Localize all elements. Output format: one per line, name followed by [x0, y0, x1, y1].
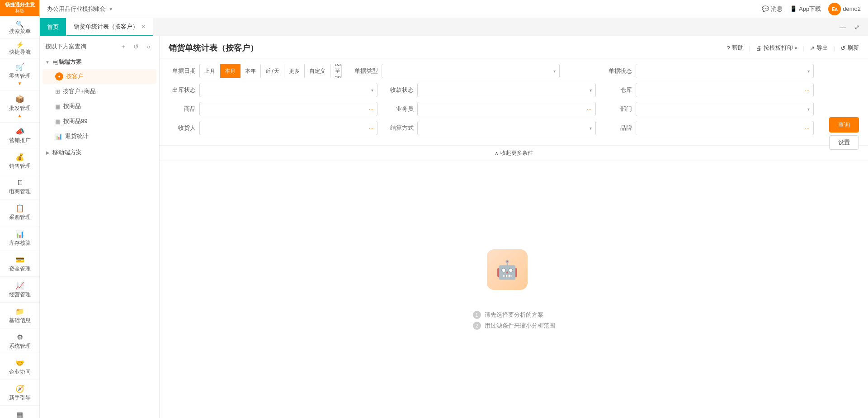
tab-home[interactable]: 首页 [40, 18, 66, 36]
sidebar-item-guide[interactable]: 🧭 新手引导 [0, 380, 39, 406]
print-dropdown-icon: ▾ [795, 46, 797, 51]
workspace-dropdown-icon[interactable]: ▾ [109, 5, 113, 12]
refresh-btn[interactable]: ↺ 刷新 [840, 44, 859, 52]
tree-child-by-goods[interactable]: ▦ 按商品 [42, 99, 156, 114]
empty-hint-1: 1 请先选择要分析的方案 [473, 311, 555, 319]
app-logo: 畅捷通好生意 标版 [0, 0, 39, 16]
settings-btn[interactable]: 设置 [829, 135, 859, 150]
marketing-icon: 📣 [2, 127, 38, 136]
user-profile[interactable]: Ea demo2 [828, 3, 861, 15]
wholesale-icon: 📦 [2, 95, 38, 104]
search-menu[interactable]: 🔍 搜索菜单 [0, 16, 39, 38]
consignee-input[interactable]: ··· [199, 121, 377, 135]
customer-active-icon: ● [55, 72, 63, 81]
date-btn-this-year[interactable]: 本年 [241, 64, 261, 78]
collab-icon: 🤝 [2, 359, 38, 367]
sidebar-item-inventory[interactable]: 📊 库存核算 [0, 225, 39, 251]
payment-status-select[interactable]: ▾ [417, 83, 595, 97]
date-btn-last-7days[interactable]: 近7天 [261, 64, 284, 78]
date-btn-more[interactable]: 更多 [284, 64, 305, 78]
content-area: 按以下方案查询 ＋ ↺ « ▼ 电脑端方案 ● 按客户 ⊞ [40, 36, 868, 418]
goods99-icon: ▦ [55, 118, 61, 125]
tab-minimize-btn[interactable]: — [837, 22, 848, 33]
goods-dots-icon[interactable]: ··· [368, 106, 373, 113]
help-btn[interactable]: ? 帮助 [727, 44, 744, 52]
sidebar-item-sales[interactable]: 💰 销售管理 [0, 148, 39, 174]
sidebar-item-ecommerce[interactable]: 🖥 电商管理 [0, 174, 39, 200]
tree-child-customer-goods[interactable]: ⊞ 按客户+商品 [42, 84, 156, 99]
settlement-label: 结算方式 [387, 124, 417, 132]
sidebar-item-app-center[interactable]: ▦ 应用中心 [0, 406, 39, 418]
customer-goods-label: 按客户+商品 [63, 87, 96, 95]
settlement-select[interactable]: ▾ [417, 121, 595, 135]
sidebar-item-collab[interactable]: 🤝 企业协同 [0, 354, 39, 380]
app-download-btn[interactable]: 📱 App下载 [790, 5, 821, 13]
sidebar: 畅捷通好生意 标版 🔍 搜索菜单 ⚡ 快捷导航 🛒 零售管理 ▼ 📦 批发管理 … [0, 0, 40, 418]
warehouse-dots-icon[interactable]: ··· [805, 87, 810, 94]
payment-status-label: 收款状态 [387, 86, 417, 94]
brand-input[interactable]: ··· [636, 121, 814, 135]
collapse-label: 收起更多条件 [500, 149, 533, 157]
warehouse-input[interactable]: ··· [636, 83, 814, 97]
sidebar-item-retail[interactable]: 🛒 零售管理 ▼ [0, 58, 39, 90]
refresh-scheme-btn[interactable]: ↺ [131, 42, 141, 52]
export-btn[interactable]: ↗ 导出 [810, 44, 828, 52]
tree-child-return-stats[interactable]: 📊 退货统计 [42, 129, 156, 143]
date-btn-last-month[interactable]: 上月 [200, 64, 220, 78]
salesman-dots-icon[interactable]: ··· [587, 106, 592, 113]
sidebar-item-basic-info[interactable]: 📁 基础信息 [0, 303, 39, 328]
tab-sales-report[interactable]: 销货单统计表（按客户） ✕ [66, 18, 153, 36]
sidebar-item-finance[interactable]: 💳 资金管理 [0, 251, 39, 277]
sidebar-item-marketing[interactable]: 📣 营销推广 [0, 123, 39, 148]
basic-info-icon: 📁 [2, 307, 38, 316]
tab-sales-report-close[interactable]: ✕ [141, 24, 146, 30]
date-btn-custom[interactable]: 自定义 [305, 64, 330, 78]
sidebar-item-system[interactable]: ⚙ 系统管理 [0, 328, 39, 354]
collapse-bar[interactable]: ∧ 收起更多条件 [160, 146, 868, 161]
quick-nav[interactable]: ⚡ 快捷导航 [0, 38, 39, 58]
customer-goods-icon: ⊞ [55, 88, 60, 95]
doc-type-select[interactable]: ▾ [382, 64, 560, 78]
empty-robot-icon: 🤖 [487, 249, 528, 290]
goods-input[interactable]: ··· [199, 102, 377, 116]
date-btn-this-month[interactable]: 本月 [220, 64, 241, 78]
brand-dots-icon[interactable]: ··· [805, 125, 810, 132]
tab-maximize-btn[interactable]: ⤢ [852, 22, 863, 33]
doc-status-label: 单据状态 [605, 67, 636, 75]
out-status-select[interactable]: ▾ [199, 83, 377, 97]
page-header: 销货单统计表（按客户） ? 帮助 | 🖨 按模板打印 ▾ | ↗ [160, 36, 868, 58]
refresh-label: 刷新 [847, 44, 859, 52]
message-icon: 💬 [762, 5, 769, 12]
collapse-icon: ∧ [495, 150, 499, 157]
collapse-panel-btn[interactable]: « [144, 42, 154, 52]
mobile-label: 移动端方案 [52, 148, 82, 157]
message-btn[interactable]: 💬 消息 [762, 5, 783, 13]
empty-hints: 1 请先选择要分析的方案 2 用过滤条件来缩小分析范围 [473, 311, 555, 330]
topbar-left: 办公用品行业模拟账套 ▾ [47, 5, 113, 13]
avatar: Ea [828, 3, 841, 15]
consignee-dots-icon[interactable]: ··· [368, 125, 373, 132]
salesman-input[interactable]: ··· [417, 102, 595, 116]
settlement-arrow-icon: ▾ [590, 126, 592, 131]
dept-select[interactable]: ▾ [636, 102, 814, 116]
add-scheme-btn[interactable]: ＋ [118, 42, 128, 52]
template-print-btn[interactable]: 🖨 按模板打印 ▾ [756, 44, 797, 52]
tree-child-by-customer[interactable]: ● 按客户 [42, 69, 156, 84]
right-panel: 销货单统计表（按客户） ? 帮助 | 🖨 按模板打印 ▾ | ↗ [160, 36, 868, 418]
tree-parent-mobile[interactable]: ▶ 移动端方案 [40, 146, 159, 159]
refresh-icon: ↺ [840, 45, 845, 52]
sidebar-item-purchase[interactable]: 📋 采购管理 [0, 200, 39, 225]
sidebar-item-operations[interactable]: 📈 经营管理 [0, 277, 39, 303]
query-btn[interactable]: 查询 [829, 117, 859, 133]
export-icon: ↗ [810, 45, 815, 52]
dept-label: 部门 [605, 105, 636, 113]
date-filter[interactable]: 上月 本月 本年 近7天 更多 自定义 2023-03-01 至 2023-03… [199, 64, 342, 78]
tree-parent-desktop[interactable]: ▼ 电脑端方案 [40, 55, 159, 69]
tree-child-goods99[interactable]: ▦ 按商品99 [42, 114, 156, 128]
hint-text-2: 用过滤条件来缩小分析范围 [485, 322, 555, 330]
date-label: 单据日期 [169, 67, 199, 75]
left-panel-title: 按以下方案查询 [45, 43, 86, 51]
return-stats-label: 退货统计 [65, 132, 89, 140]
sidebar-item-wholesale[interactable]: 📦 批发管理 ▲ [0, 90, 39, 123]
doc-status-select[interactable]: ▾ [636, 64, 814, 78]
